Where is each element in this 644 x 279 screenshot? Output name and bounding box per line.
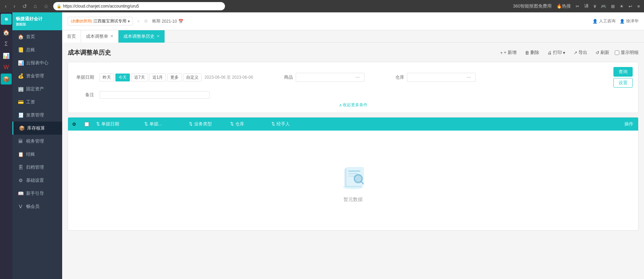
- sidebar-item-closing-label: 结账: [26, 151, 35, 157]
- home-button[interactable]: ⌂: [32, 2, 39, 10]
- date-btn-7days[interactable]: 近7天: [131, 74, 148, 81]
- consultant-btn[interactable]: 👤 人工咨询: [592, 18, 615, 24]
- show-cols-checkbox[interactable]: 显示明细: [615, 49, 639, 56]
- sidebar-item-inventory[interactable]: 📦 库存核算: [12, 122, 62, 135]
- tab-home[interactable]: 首页: [62, 30, 81, 43]
- wallet-tool[interactable]: ¥: [592, 3, 597, 10]
- print-button[interactable]: 🖨 打印 ▾: [545, 48, 568, 57]
- remark-input[interactable]: [100, 91, 210, 99]
- print-label: 打印: [553, 49, 562, 56]
- sidebar-item-archive[interactable]: 🗄 归档管理: [12, 161, 62, 174]
- empty-illustration: [336, 158, 370, 192]
- th-settings[interactable]: ⚙: [68, 122, 80, 127]
- th-handler[interactable]: ⇅ 经手人: [268, 121, 309, 127]
- app-logo: 畅: [1, 14, 12, 25]
- menu-tool[interactable]: ≡: [636, 3, 641, 10]
- fixed-assets-icon: 🏢: [18, 86, 23, 92]
- page-actions: + + 新增 🗑 删除 🖨 打印 ▾ ↗ 导出: [497, 48, 639, 57]
- ledger-icon: 📒: [18, 47, 23, 53]
- search-tool[interactable]: 360智能抠图免费用: [511, 2, 553, 10]
- sidebar-item-home[interactable]: 🏠 首页: [12, 30, 62, 43]
- translate-tool[interactable]: 译: [583, 2, 590, 10]
- apps-tool[interactable]: ⊞: [610, 3, 616, 10]
- sidebar-item-payroll[interactable]: 💳 工资: [12, 96, 62, 109]
- game-tool[interactable]: 🎮: [599, 3, 608, 10]
- sidebar-item-tax[interactable]: 🏛 税务管理: [12, 135, 62, 148]
- th-date[interactable]: ⇅ 单据日期: [93, 121, 141, 127]
- brightness-tool[interactable]: ☀: [618, 3, 625, 10]
- sidebar-item-finance-label: 资金管理: [26, 73, 44, 79]
- date-btn-custom[interactable]: 自定义: [183, 74, 202, 81]
- sidebar-item-invoice[interactable]: 🧾 发票管理: [12, 109, 62, 122]
- date-btn-today[interactable]: 今天: [115, 74, 130, 81]
- add-button[interactable]: + + 新增: [497, 48, 519, 57]
- sidebar-item-member[interactable]: Ⅴ 畅会员: [12, 200, 62, 213]
- company-selector[interactable]: (勿删勿禁用) 江西服宝测试专用 ▾: [68, 17, 133, 25]
- sidebar-item-closing[interactable]: 📋 结账: [12, 148, 62, 161]
- sidebar-icon-1[interactable]: 🏠: [1, 27, 12, 38]
- refresh-button[interactable]: ↺ 刷新: [593, 48, 612, 57]
- sidebar-icon-2[interactable]: Σ: [1, 38, 12, 49]
- sidebar-icon-3[interactable]: 📊: [1, 50, 12, 61]
- calendar-icon[interactable]: 📅: [178, 19, 183, 24]
- company-dropdown-icon: ▾: [128, 19, 130, 24]
- show-cols-input[interactable]: [615, 51, 619, 55]
- period-info: 账期 2021-10 📅: [152, 18, 183, 24]
- scissors-tool[interactable]: ✂: [574, 3, 581, 10]
- sidebar-icon-weibo[interactable]: W: [1, 62, 12, 73]
- address-bar[interactable]: 🔒 https://cloud.chanjet.com/accounting/u…: [53, 2, 225, 10]
- sidebar-item-guide[interactable]: 📖 新手引导: [12, 187, 62, 200]
- user-info[interactable]: 👤 徐泽华: [620, 18, 639, 24]
- th-biz-type-label: ⇅ 业务类型: [189, 121, 212, 127]
- app-shell: 畅 🏠 Σ 📊 W 📦 畅捷通好会计 旗舰版 🏠 首页 📒 总账 📊 云报表中心: [0, 12, 644, 279]
- th-biz-type[interactable]: ⇅ 业务类型: [185, 121, 227, 127]
- sidebar-item-fixed-assets[interactable]: 🏢 固定资产: [12, 82, 62, 96]
- delete-button[interactable]: 🗑 删除: [522, 48, 542, 57]
- goods-ellipsis[interactable]: ···: [354, 74, 361, 80]
- column-settings-icon[interactable]: ⚙: [72, 122, 76, 127]
- period-value: 2021-10: [162, 19, 177, 24]
- back-button[interactable]: ‹: [3, 2, 9, 10]
- tab-bar: 首页 成本调整单 ✕ 成本调整单历史 ✕: [62, 30, 644, 43]
- browser-chrome: ‹ › ↺ ⌂ ☆ 🔒 https://cloud.chanjet.com/ac…: [0, 0, 644, 12]
- th-bill-no[interactable]: ⇅ 单据...: [141, 121, 185, 127]
- warehouse-ellipsis[interactable]: ···: [465, 74, 472, 80]
- select-all-checkbox[interactable]: [84, 122, 89, 126]
- undo-tool[interactable]: ↩: [627, 3, 634, 10]
- page-header: 成本调整单历史 + + 新增 🗑 删除 🖨 打印 ▾: [68, 48, 639, 57]
- archive-icon: 🗄: [18, 165, 23, 170]
- settings-button[interactable]: 设置: [613, 78, 633, 88]
- th-checkbox[interactable]: [80, 122, 93, 126]
- sidebar-icon-active[interactable]: 📦: [1, 74, 12, 85]
- date-btn-yesterday[interactable]: 昨天: [100, 74, 114, 81]
- hot-search[interactable]: 🔥热搜: [555, 2, 572, 10]
- tab-home-label: 首页: [67, 33, 76, 40]
- tab-cost-adjust-history[interactable]: 成本调整单历史 ✕: [118, 30, 165, 43]
- warehouse-select[interactable]: ···: [407, 73, 476, 82]
- page-title: 成本调整单历史: [68, 48, 111, 57]
- th-warehouse[interactable]: ⇅ 仓库: [227, 121, 268, 127]
- sidebar-item-settings[interactable]: ⚙ 基础设置: [12, 174, 62, 187]
- query-button[interactable]: 查询: [613, 67, 633, 77]
- sidebar-item-reports-label: 云报表中心: [26, 60, 48, 66]
- goods-select[interactable]: ···: [296, 73, 364, 82]
- forward-button[interactable]: ›: [11, 2, 17, 10]
- date-btn-more[interactable]: 更多: [167, 74, 182, 81]
- date-filter-label: 单据日期: [74, 74, 94, 80]
- sidebar-item-reports[interactable]: 📊 云报表中心: [12, 56, 62, 69]
- star-button[interactable]: ☆: [42, 2, 50, 10]
- refresh-button[interactable]: ↺: [20, 2, 29, 10]
- sidebar-item-finance[interactable]: 💰 资金管理: [12, 69, 62, 82]
- sidebar-item-ledger[interactable]: 📒 总账: [12, 43, 62, 56]
- add-label: + 新增: [504, 49, 517, 56]
- collapse-btn[interactable]: ∧ 收起更多条件: [339, 102, 368, 108]
- print-icon: 🖨: [547, 50, 552, 55]
- svg-rect-4: [348, 170, 360, 172]
- ssl-lock-icon: 🔒: [57, 4, 61, 9]
- tab-cost-adjust[interactable]: 成本调整单 ✕: [81, 30, 118, 43]
- tab-cost-adjust-history-close[interactable]: ✕: [157, 34, 160, 38]
- tab-cost-adjust-close[interactable]: ✕: [110, 34, 113, 38]
- date-btn-1month[interactable]: 近1月: [149, 74, 166, 81]
- company-warning: (勿删勿禁用): [71, 19, 92, 24]
- export-button[interactable]: ↗ 导出: [571, 48, 590, 57]
